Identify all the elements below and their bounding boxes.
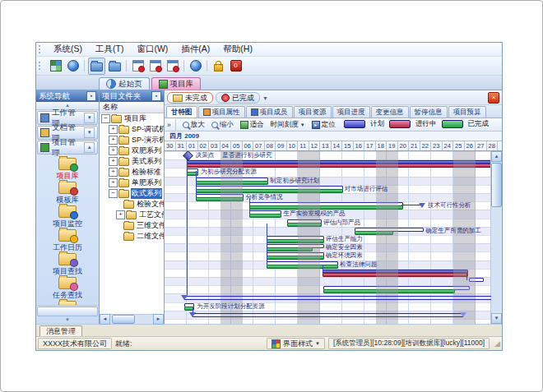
scroll-thumb[interactable] — [112, 315, 135, 324]
expand-icon[interactable]: + — [109, 178, 118, 187]
folder-icon — [123, 222, 134, 230]
section-project-management[interactable]: 项目管理▲ — [37, 141, 98, 154]
lock-icon[interactable] — [211, 58, 226, 74]
tree-row[interactable]: +工艺文件 — [100, 210, 164, 220]
calendar-alert-icon[interactable] — [147, 58, 163, 74]
locate-button[interactable]: ▸定位 — [309, 120, 338, 130]
toolbar-grip[interactable] — [39, 62, 44, 70]
more-filters-button[interactable]: ▼ — [262, 95, 268, 101]
gantt-tab-label: 甘特图 — [171, 108, 193, 118]
tree-row[interactable]: +双肥系列 — [100, 145, 164, 156]
summary-bar[interactable] — [193, 313, 463, 317]
calendar-plan-icon[interactable] — [165, 58, 180, 74]
tab-message-management[interactable]: 消息管理 — [39, 325, 82, 336]
tab-project-budget[interactable]: 项目预算 — [448, 106, 486, 118]
tool-label: 放大 — [191, 120, 205, 130]
globe-icon[interactable] — [65, 58, 81, 74]
chevron-up-icon[interactable]: ▲ — [84, 142, 95, 153]
ui-style-button[interactable]: 界面样式 ▼ — [267, 338, 325, 349]
menu-window[interactable]: 窗口(W) — [130, 43, 174, 54]
expand-icon[interactable]: + — [109, 125, 118, 134]
zoom-in-button[interactable]: 放大 — [180, 120, 207, 130]
milestone-diamond[interactable] — [183, 151, 193, 161]
tab-project-library[interactable]: 项目库 — [151, 77, 202, 90]
tree-row[interactable]: +检验标准 — [100, 167, 164, 178]
collapsed-section-stub[interactable] — [37, 307, 98, 316]
tab-project-resources[interactable]: 项目资源 — [294, 106, 332, 118]
tree-column-header[interactable]: 名称 — [100, 102, 164, 113]
fit-button[interactable]: 适合 — [238, 120, 267, 130]
tree-row[interactable]: −欧式系列 — [100, 188, 164, 199]
folder-icon — [58, 301, 77, 305]
scroll-left-button[interactable]: ◄ — [100, 314, 110, 325]
summary-end-milestone[interactable] — [460, 312, 466, 317]
day-cell: 21 — [409, 141, 420, 150]
filter-unfinished[interactable]: 未完成 — [167, 92, 213, 104]
tab-gantt-chart[interactable]: 甘特图 — [166, 106, 197, 118]
scroll-down-button[interactable]: ▼ — [491, 313, 502, 324]
nav-item-work-calendar[interactable]: 工作日历 — [36, 229, 99, 253]
resize-grip[interactable]: ◢ — [494, 339, 500, 348]
menu-system[interactable]: 系统(S) — [47, 43, 89, 54]
nav-item-task-search[interactable]: 任务查找 — [36, 277, 99, 301]
summary-start-milestone[interactable] — [181, 295, 188, 300]
nav-item-project-search[interactable]: 项目查找 — [36, 253, 99, 277]
scroll-right-button[interactable]: ► — [153, 314, 164, 325]
expand-icon[interactable]: + — [109, 136, 118, 145]
tree-row[interactable]: +SP-调试机系 — [100, 124, 164, 135]
close-panel-button[interactable]: × — [488, 92, 499, 104]
end-milestone[interactable] — [419, 203, 425, 208]
summary-start-milestone[interactable] — [189, 312, 196, 317]
expand-icon[interactable]: + — [109, 146, 118, 155]
nav-item-template-library[interactable]: 模板库 — [36, 182, 99, 205]
tree-row[interactable]: −项目库 — [100, 113, 164, 124]
expand-icon[interactable]: + — [109, 157, 118, 166]
tab-pause-info[interactable]: 暂停信息 — [410, 106, 448, 118]
summary-bar[interactable] — [184, 296, 491, 300]
scroll-up-button[interactable]: ▲ — [491, 151, 502, 162]
pin-icon[interactable]: ▪ — [151, 91, 161, 101]
menu-plugins[interactable]: 插件(A) — [174, 43, 216, 54]
nav-item-project-library[interactable]: 项目库 — [36, 158, 99, 182]
calendar-task-icon[interactable] — [130, 58, 146, 74]
expand-icon[interactable]: + — [109, 168, 118, 177]
tab-project-progress[interactable]: 项目进度 — [332, 106, 370, 118]
time-scale-button[interactable]: 时间刻度▼ — [268, 120, 308, 130]
workspace-grid-icon[interactable] — [48, 58, 63, 74]
filter-finished[interactable]: 已完成 — [216, 92, 260, 104]
chevron-down-icon[interactable]: ▼ — [84, 127, 95, 138]
nav-item-project-monitor[interactable]: 项目监控 — [36, 205, 99, 229]
nav-scroll-down-button[interactable]: ▼ — [36, 316, 99, 323]
scroll-thumb[interactable] — [491, 163, 502, 207]
tree-row[interactable]: +美式系列 — [100, 156, 164, 167]
toolbar-overflow-button[interactable]: » — [167, 121, 171, 129]
zoom-out-button[interactable]: 缩小 — [209, 120, 236, 130]
completed-bar[interactable] — [187, 172, 198, 176]
tab-change-info[interactable]: 变更信息 — [371, 106, 409, 118]
tree-row[interactable]: 检验文件 — [100, 199, 164, 210]
toolbar-grip[interactable] — [39, 45, 44, 53]
pin-icon[interactable]: ▪ — [86, 91, 96, 101]
folder-library-icon[interactable] — [88, 58, 105, 75]
tree-row[interactable]: 二维文件 — [100, 231, 164, 242]
tab-project-members[interactable]: 项目成员 — [246, 106, 293, 118]
collapse-icon[interactable]: − — [101, 114, 110, 123]
completed-bar[interactable] — [249, 214, 282, 218]
folder-switch-icon[interactable] — [107, 58, 123, 74]
menu-bar: 系统(S)工具(T)窗口(W)插件(A)帮助(H) — [36, 43, 502, 57]
tree-row[interactable]: 三维文件 — [100, 220, 164, 231]
exit-icon[interactable]: 0 — [228, 58, 244, 74]
tab-start-page[interactable]: 起始页 — [99, 77, 150, 90]
help-globe-icon[interactable] — [188, 58, 203, 74]
tree-row[interactable]: +单肥系列 — [100, 178, 164, 188]
day-cell: 20 — [398, 141, 410, 150]
tab-project-properties[interactable]: 项目属性 — [198, 106, 245, 118]
menu-help[interactable]: 帮助(H) — [216, 43, 259, 54]
menu-tools[interactable]: 工具(T) — [89, 43, 130, 54]
tree-row[interactable]: +SP-演示机系 — [100, 135, 164, 145]
badge-icon — [70, 283, 78, 291]
collapse-icon[interactable]: − — [109, 189, 118, 198]
chevron-down-icon[interactable]: ▼ — [84, 113, 95, 123]
expand-icon[interactable]: + — [116, 210, 125, 219]
tree-item-label: 工艺文件 — [138, 210, 164, 220]
